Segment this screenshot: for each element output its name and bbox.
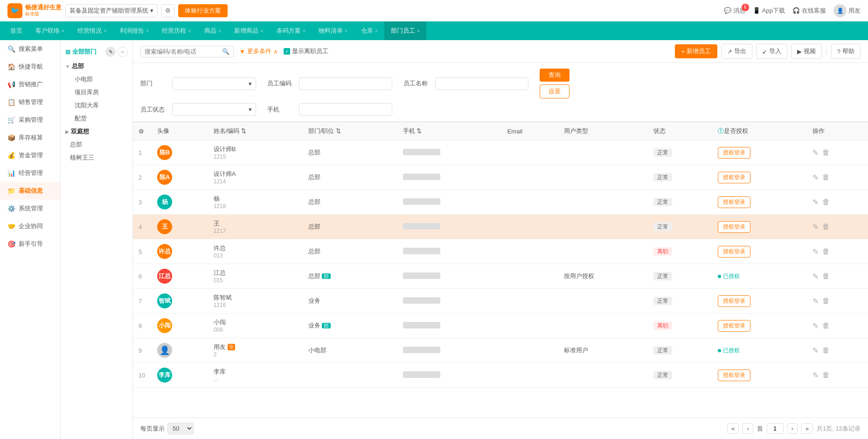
- sidebar-item-basic[interactable]: 📁 基础信息: [0, 182, 60, 200]
- app-download-button[interactable]: 📱 App下载: [753, 7, 785, 15]
- close-icon[interactable]: ×: [417, 28, 420, 34]
- dept-item-zongbu2[interactable]: 总部: [61, 138, 132, 151]
- close-icon[interactable]: ×: [218, 28, 221, 34]
- sidebar-item-marketing[interactable]: 📢 营销推广: [0, 76, 60, 93]
- phone-input[interactable]: [299, 103, 392, 116]
- auth-button[interactable]: 授权登录: [718, 147, 750, 159]
- edit-icon[interactable]: ✎: [812, 321, 819, 330]
- prev-page-button[interactable]: ‹: [743, 423, 753, 434]
- query-button[interactable]: 查询: [540, 69, 569, 82]
- online-service-button[interactable]: 🎧 在线客服: [792, 7, 826, 15]
- trial-button[interactable]: 体验行业方案: [178, 4, 228, 17]
- sidebar-item-purchase[interactable]: 🛒 采购管理: [0, 111, 60, 129]
- sidebar-item-finance[interactable]: 💰 资金管理: [0, 146, 60, 164]
- edit-icon[interactable]: ✎: [812, 371, 819, 380]
- auth-button[interactable]: 授权登录: [718, 221, 750, 233]
- delete-icon[interactable]: 🗑: [822, 148, 830, 157]
- close-icon[interactable]: ×: [345, 28, 347, 34]
- auth-button[interactable]: 授权登录: [718, 196, 750, 208]
- tab-history[interactable]: 经营历程 ×: [155, 21, 197, 40]
- delete-icon[interactable]: 🗑: [822, 321, 830, 330]
- edit-icon[interactable]: ✎: [812, 173, 819, 182]
- close-icon[interactable]: ×: [104, 28, 106, 34]
- emp-name-input[interactable]: [435, 77, 528, 90]
- close-icon[interactable]: ×: [62, 28, 64, 34]
- col-settings[interactable]: ⚙: [133, 122, 152, 140]
- tab-warehouse[interactable]: 仓库 ×: [354, 21, 384, 40]
- edit-icon[interactable]: ✎: [812, 272, 819, 281]
- edit-icon[interactable]: ✎: [812, 223, 819, 231]
- edit-icon[interactable]: ✎: [812, 346, 819, 355]
- close-icon[interactable]: ×: [146, 28, 149, 34]
- auth-button[interactable]: 授权登录: [718, 172, 750, 183]
- dept-item-shenyang[interactable]: 沈阳大库: [65, 99, 132, 112]
- delete-icon[interactable]: 🗑: [822, 371, 830, 379]
- sidebar-item-sales[interactable]: 📋 销售管理: [0, 93, 60, 111]
- tab-home[interactable]: 首页: [4, 21, 29, 40]
- next-page-button[interactable]: ›: [787, 423, 798, 434]
- delete-icon[interactable]: 🗑: [822, 223, 830, 231]
- delete-icon[interactable]: 🗑: [822, 247, 830, 256]
- delete-icon[interactable]: 🗑: [822, 346, 830, 355]
- sidebar-item-collab[interactable]: 🤝 企业协同: [0, 217, 60, 235]
- sidebar-item-search[interactable]: 🔍 搜索菜单: [0, 40, 60, 58]
- search-input[interactable]: [145, 48, 219, 55]
- sidebar-item-nav[interactable]: 🏠 快捷导航: [0, 58, 60, 76]
- message-button[interactable]: 💬 消息 6: [724, 7, 745, 15]
- page-size-select[interactable]: 50 100: [167, 423, 194, 434]
- delete-icon[interactable]: 🗑: [822, 297, 830, 305]
- dept-all-label[interactable]: ⊞ 全部部门: [65, 48, 97, 56]
- close-icon[interactable]: ×: [260, 28, 263, 34]
- emp-code-input[interactable]: [299, 77, 392, 90]
- sidebar-item-operation[interactable]: 📊 经营管理: [0, 164, 60, 182]
- col-phone[interactable]: 手机 ⇅: [397, 122, 502, 140]
- dept-collapse-button[interactable]: «: [118, 47, 128, 57]
- auth-button[interactable]: 授权登录: [718, 295, 750, 307]
- video-button[interactable]: ▶ 视频: [791, 44, 822, 59]
- sys-title[interactable]: 装备及固定资产辅助管理系统 ▾: [65, 4, 158, 17]
- tab-operation[interactable]: 经营情况 ×: [71, 21, 113, 40]
- tab-goods[interactable]: 商品 ×: [198, 21, 228, 40]
- import-button[interactable]: ↙ 导入: [756, 44, 787, 59]
- page-input[interactable]: [767, 423, 784, 434]
- gear-button[interactable]: ⚙: [161, 4, 174, 17]
- tab-new-goods[interactable]: 新增商品 ×: [228, 21, 270, 40]
- edit-icon[interactable]: ✎: [812, 247, 819, 256]
- dept-item-peihuo[interactable]: 配货: [65, 112, 132, 125]
- auth-button[interactable]: 授权登录: [718, 246, 750, 258]
- help-button[interactable]: ? 帮助: [831, 44, 861, 59]
- delete-icon[interactable]: 🗑: [822, 272, 830, 280]
- add-employee-button[interactable]: + 新增员工: [675, 44, 718, 58]
- user-avatar[interactable]: 👤 用友: [833, 4, 861, 17]
- last-page-button[interactable]: »: [801, 423, 813, 434]
- col-dept-pos[interactable]: 部门/职位 ⇅: [303, 122, 397, 140]
- tab-bom[interactable]: 物料清单 ×: [312, 21, 354, 40]
- dept-item-project[interactable]: 项目库房: [65, 86, 132, 99]
- dept-item-xiaodian[interactable]: 小电部: [65, 73, 132, 86]
- sidebar-item-guide[interactable]: 🎯 新手引导: [0, 235, 60, 253]
- dept-edit-button[interactable]: ✎: [105, 47, 116, 57]
- sidebar-item-inventory[interactable]: 📦 库存核算: [0, 129, 60, 146]
- dept-filter-select[interactable]: ▾: [172, 77, 256, 90]
- edit-icon[interactable]: ✎: [812, 297, 819, 306]
- dept-item-zhishu[interactable]: 植树王三: [61, 151, 132, 164]
- more-filter-button[interactable]: ▼ 更多条件 ∧: [239, 47, 278, 56]
- auth-button[interactable]: 授权登录: [718, 369, 750, 381]
- delete-icon[interactable]: 🗑: [822, 198, 830, 206]
- show-resigned-toggle[interactable]: ✓ 显示离职员工: [284, 47, 328, 56]
- close-icon[interactable]: ×: [188, 28, 191, 34]
- export-button[interactable]: ↗ 导出: [721, 44, 752, 59]
- emp-status-select[interactable]: ▾: [172, 103, 256, 116]
- delete-icon[interactable]: 🗑: [822, 173, 830, 181]
- auth-button[interactable]: 授权登录: [718, 320, 750, 332]
- dept-group-zongbu[interactable]: ▼ 总部: [61, 60, 132, 73]
- tab-customer[interactable]: 客户联络 ×: [29, 21, 71, 40]
- tab-barcode[interactable]: 条码方案 ×: [270, 21, 312, 40]
- tab-profit[interactable]: 利润报告 ×: [113, 21, 155, 40]
- col-name-code[interactable]: 姓名/编码 ⇅: [208, 122, 303, 140]
- set-button[interactable]: 设置: [540, 84, 569, 98]
- close-icon[interactable]: ×: [303, 28, 306, 34]
- edit-icon[interactable]: ✎: [812, 148, 819, 157]
- dept-group-shuangtingxiang[interactable]: ▶ 双庭想: [61, 125, 132, 138]
- close-icon[interactable]: ×: [375, 28, 378, 34]
